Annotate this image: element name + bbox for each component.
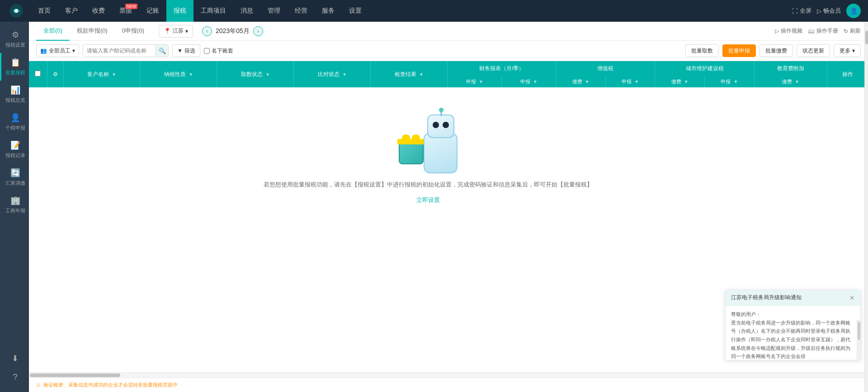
nav-invoice[interactable]: 票据 NEW	[112, 0, 139, 22]
notification-scroll-thumb[interactable]	[858, 322, 860, 340]
th-city-declare: 申报 ▼	[605, 76, 655, 87]
filter-button[interactable]: ▼ 筛选	[172, 44, 200, 57]
fullscreen-btn[interactable]: ⛶ 全屏	[792, 7, 811, 15]
book-icon: 📖	[808, 28, 815, 34]
sidebar-item-tax-record[interactable]: 📝 报税记录	[0, 136, 29, 163]
status-update-btn[interactable]: 状态更新	[797, 44, 830, 57]
search-icon: 🔍	[159, 48, 166, 54]
sidebar-item-clearance[interactable]: 🔄 汇算清缴	[0, 163, 29, 191]
th-check-result: 检查结果 ▼	[371, 61, 448, 87]
tab-zero-declare[interactable]: 0申报(0)	[115, 22, 151, 41]
more-btn[interactable]: 更多 ▾	[834, 44, 861, 57]
month-next-btn[interactable]: ›	[253, 26, 263, 36]
th-edu-pay: 缴费 ▼	[754, 76, 827, 87]
sidebar-download[interactable]: ⬇	[0, 349, 29, 368]
th-operation: 操作	[827, 61, 868, 87]
sidebar-item-annual-report[interactable]: 🏢 工商年报	[0, 191, 29, 219]
month-prev-btn[interactable]: ‹	[202, 26, 212, 36]
avatar[interactable]: 👤	[846, 4, 861, 18]
th-finance-declare: 申报 ▼	[448, 76, 502, 87]
notification-text: 尊敬的用户： 受当前电子税务局进一步升级的影响，同一个政务网账号（办税人）名下的…	[731, 310, 855, 360]
sidebar-help[interactable]: ?	[0, 368, 29, 387]
gift-box	[399, 142, 424, 164]
warning-icon: ⚠	[36, 382, 41, 388]
annual-icon: 🏢	[10, 196, 20, 206]
nav-settings[interactable]: 设置	[342, 0, 369, 22]
refresh-icon: ↻	[844, 28, 848, 34]
refresh-btn[interactable]: ↻ 刷新	[844, 27, 861, 35]
data-table: ⚙ 客户名称 ▼ 纳税性质 ▼ 取数状态 ▼ 比对状态 ▼	[29, 61, 868, 222]
personal-icon: 👤	[10, 113, 20, 123]
setup-link[interactable]: 立即设置	[416, 196, 440, 204]
account-checkbox-label[interactable]: 名下账套	[204, 47, 233, 55]
nav-manage[interactable]: 管理	[260, 0, 288, 22]
page-scrollbar[interactable]	[864, 22, 868, 392]
vip-btn[interactable]: ▷ 畅会员	[817, 7, 841, 15]
tabs-right: ▷ 操作视频 📖 操作手册 ↻ 刷新	[775, 27, 861, 35]
tabs-bar: 全部(0) 税款申报(0) 0申报(0) 📍 江苏 ▾ ‹ 2023年05月 ›…	[29, 22, 868, 41]
nav-customer[interactable]: 客户	[58, 0, 85, 22]
select-all-checkbox[interactable]	[35, 71, 41, 76]
tab-all[interactable]: 全部(0)	[36, 22, 70, 41]
scroll-thumb[interactable]	[30, 373, 120, 377]
province-selector[interactable]: 📍 江苏 ▾	[159, 25, 193, 38]
operation-video-btn[interactable]: ▷ 操作视频	[775, 27, 802, 35]
robot-antenna	[440, 110, 442, 116]
employee-filter[interactable]: 👥 全部员工 ▾	[36, 44, 79, 57]
new-badge: NEW	[125, 4, 137, 9]
nav-service[interactable]: 服务	[315, 0, 342, 22]
horizontal-scrollbar[interactable]	[29, 372, 868, 378]
vip-icon: ▷	[817, 8, 821, 14]
nav-right: ⛶ 全屏 ▷ 畅会员 👤	[792, 4, 861, 18]
employee-chevron-icon: ▾	[72, 48, 75, 54]
batch-pay-btn[interactable]: 批量缴费	[760, 44, 793, 57]
notification-close-btn[interactable]: ✕	[849, 294, 855, 301]
avatar-icon: 👤	[850, 7, 858, 14]
account-checkbox[interactable]	[204, 48, 210, 54]
nav-operation[interactable]: 经营	[288, 0, 315, 22]
th-gear[interactable]: ⚙	[47, 61, 63, 87]
help-icon: ?	[13, 373, 17, 382]
th-compare-status: 比对状态 ▼	[294, 61, 371, 87]
top-nav: 首页 客户 收费 票据 NEW 记账 报税 工商项目 消息 管理 经营 服务 设…	[0, 0, 868, 22]
search-button[interactable]: 🔍	[156, 44, 168, 57]
batch-fetch-btn[interactable]: 批量取数	[685, 44, 719, 57]
notification-panel: 江苏电子税务局升级影响通知 ✕ 尊敬的用户： 受当前电子税务局进一步升级的影响，…	[725, 290, 861, 360]
th-checkbox[interactable]	[29, 61, 47, 87]
th-vat-pay: 缴费 ▼	[556, 76, 606, 87]
sidebar-item-batch-tax[interactable]: 📋 批量报税	[0, 53, 29, 81]
sidebar-item-personal-tax[interactable]: 👤 个税申报	[0, 108, 29, 136]
th-tax-type: 纳税性质 ▼	[140, 61, 217, 87]
province-icon: 📍	[164, 28, 171, 34]
th-edu-declare: 申报 ▼	[705, 76, 755, 87]
batch-submit-btn[interactable]: 批量申报	[722, 44, 756, 57]
sidebar: ⚙ 报税设置 📋 批量报税 📊 报税总览 👤 个税申报 📝 报税记录 🔄 汇算清…	[0, 22, 29, 392]
operation-manual-btn[interactable]: 📖 操作手册	[808, 27, 838, 35]
record-icon: 📝	[10, 140, 20, 150]
nav-items: 首页 客户 收费 票据 NEW 记账 报税 工商项目 消息 管理 经营 服务 设…	[31, 0, 792, 22]
robot-right-eye	[443, 122, 449, 128]
th-customer-name: 客户名称 ▼	[63, 61, 140, 87]
page-scroll-thumb[interactable]	[865, 31, 868, 44]
robot-body	[424, 133, 458, 173]
sidebar-bottom: ⬇ ?	[0, 349, 29, 392]
month-nav: ‹ 2023年05月 ›	[202, 26, 263, 36]
clearance-icon: 🔄	[10, 168, 20, 178]
nav-fee[interactable]: 收费	[85, 0, 112, 22]
robot-head	[427, 115, 454, 138]
notification-scrollbar[interactable]	[857, 320, 860, 360]
nav-accounting[interactable]: 记账	[139, 0, 166, 22]
nav-tax[interactable]: 报税	[166, 0, 193, 22]
search-input[interactable]	[83, 46, 156, 56]
sidebar-item-overview[interactable]: 📊 报税总览	[0, 81, 29, 108]
nav-home[interactable]: 首页	[31, 0, 58, 22]
nav-business[interactable]: 工商项目	[193, 0, 233, 22]
sidebar-item-tax-settings[interactable]: ⚙ 报税设置	[0, 25, 29, 53]
nav-message[interactable]: 消息	[233, 0, 260, 22]
th-city-tax: 城市维护建设税	[655, 61, 754, 76]
toolbar: 👥 全部员工 ▾ 🔍 ▼ 筛选 名下账套 批量取数	[29, 41, 868, 61]
th-fetch-status: 取数状态 ▼	[217, 61, 294, 87]
logo[interactable]	[7, 2, 25, 20]
tab-tax-declare[interactable]: 税款申报(0)	[70, 22, 115, 41]
province-chevron-icon: ▾	[185, 28, 188, 34]
